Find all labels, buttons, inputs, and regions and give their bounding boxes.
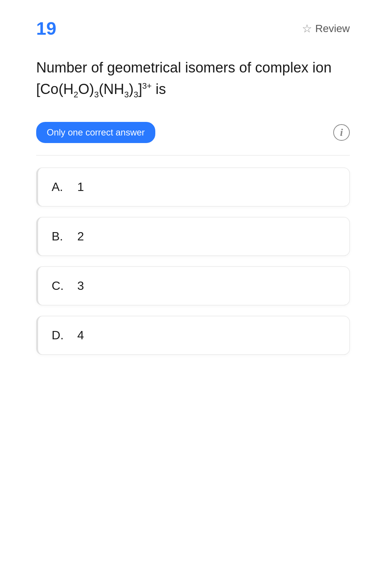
question-header: 19 ☆ Review xyxy=(36,18,350,39)
option-c[interactable]: C. 3 xyxy=(36,266,350,305)
option-a[interactable]: A. 1 xyxy=(36,168,350,206)
option-b[interactable]: B. 2 xyxy=(36,217,350,256)
option-d[interactable]: D. 4 xyxy=(36,316,350,355)
option-c-label: C. xyxy=(52,279,67,293)
star-icon: ☆ xyxy=(302,22,312,35)
option-c-value: 3 xyxy=(77,279,84,293)
option-d-label: D. xyxy=(52,328,67,342)
only-one-correct-badge: Only one correct answer xyxy=(36,122,155,143)
review-button[interactable]: ☆ Review xyxy=(302,22,350,35)
divider xyxy=(36,155,350,155)
option-a-value: 1 xyxy=(77,180,84,194)
badge-row: Only one correct answer i xyxy=(36,122,350,143)
question-number: 19 xyxy=(36,18,56,39)
options-list: A. 1 B. 2 C. 3 D. 4 xyxy=(36,168,350,355)
question-text: Number of geometrical isomers of complex… xyxy=(36,57,350,101)
option-b-value: 2 xyxy=(77,229,84,243)
option-b-label: B. xyxy=(52,229,67,243)
option-d-value: 4 xyxy=(77,328,84,342)
option-a-label: A. xyxy=(52,180,67,194)
info-icon[interactable]: i xyxy=(333,124,350,141)
review-label: Review xyxy=(315,23,350,35)
